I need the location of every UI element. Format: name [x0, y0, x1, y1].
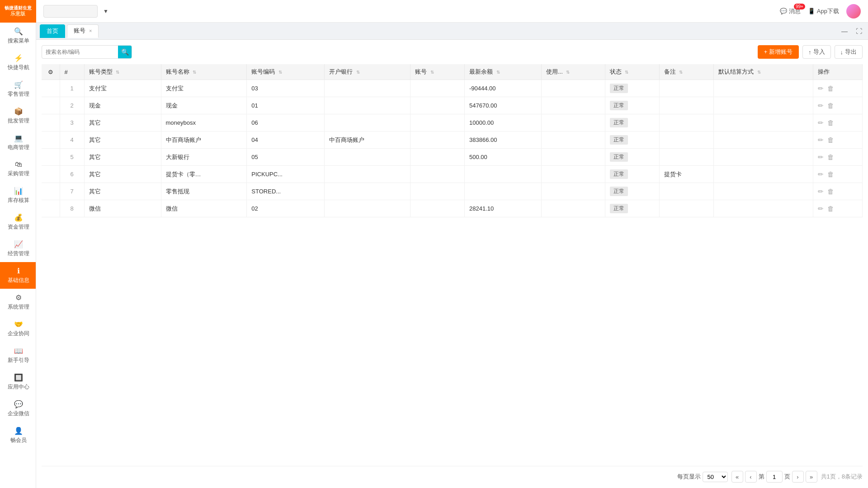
sidebar-item-label: 搜索菜单	[8, 37, 29, 45]
sidebar-item-search[interactable]: 🔍 搜索菜单	[0, 23, 36, 49]
row-usage	[541, 183, 605, 200]
top-search-input[interactable]	[43, 5, 98, 18]
sidebar-item-enterprise[interactable]: 🤝 企业协同	[0, 315, 36, 342]
col-settle[interactable]: 默认结算方式 ⇅	[713, 64, 813, 80]
sidebar-item-label: 经营管理	[8, 250, 29, 258]
delete-button[interactable]: 🗑	[827, 170, 834, 178]
sidebar-item-label: 批发管理	[8, 117, 29, 125]
row-usage	[541, 149, 605, 166]
sidebar-item-system[interactable]: ⚙ 系统管理	[0, 289, 36, 315]
user-avatar[interactable]	[846, 4, 861, 19]
sidebar-item-purchase[interactable]: 🛍 采购管理	[0, 156, 36, 182]
sidebar-item-wholesale[interactable]: 📦 批发管理	[0, 103, 36, 129]
tab-account[interactable]: 账号 ×	[67, 24, 99, 38]
row-name: 现金	[161, 97, 247, 114]
tab-minimize-button[interactable]: —	[839, 26, 850, 37]
row-settle	[713, 97, 813, 114]
col-settings[interactable]: ⚙	[42, 64, 60, 80]
delete-button[interactable]: 🗑	[827, 84, 834, 92]
sidebar-item-appstore[interactable]: 🔲 应用中心	[0, 369, 36, 395]
message-button[interactable]: 💬 消息 99+	[780, 7, 801, 15]
col-usage[interactable]: 使用... ⇅	[541, 64, 605, 80]
sidebar-item-wechat[interactable]: 💬 企业微信	[0, 395, 36, 422]
search-input[interactable]	[42, 49, 118, 55]
toolbar-right: + 新增账号 ↑ 导入 ↓ 导出	[758, 45, 863, 59]
sidebar-item-finance[interactable]: 💰 资金管理	[0, 209, 36, 235]
row-settle	[713, 166, 813, 183]
sidebar-item-member[interactable]: 👤 畅会员	[0, 422, 36, 449]
sidebar-item-quicknav[interactable]: ⚡ 快捷导航	[0, 49, 36, 76]
search-wrap: 🔍	[42, 45, 132, 59]
row-status: 正常	[605, 200, 659, 217]
tab-expand-button[interactable]: ⛶	[854, 26, 864, 37]
row-bank	[325, 114, 410, 131]
edit-button[interactable]: ✏	[818, 102, 824, 110]
row-name: moneybosx	[161, 114, 247, 131]
col-status[interactable]: 状态 ⇅	[605, 64, 659, 80]
row-balance: 28241.10	[465, 200, 542, 217]
row-index: 5	[60, 149, 84, 166]
tab-home[interactable]: 首页	[40, 24, 65, 38]
page-number-input[interactable]	[766, 471, 783, 483]
sidebar-item-ecommerce[interactable]: 💻 电商管理	[0, 129, 36, 156]
sidebar-item-guide[interactable]: 📖 新手引导	[0, 342, 36, 369]
col-code[interactable]: 账号编码 ⇅	[247, 64, 325, 80]
col-account[interactable]: 账号 ⇅	[410, 64, 464, 80]
row-account	[410, 200, 464, 217]
header-left: ▼	[43, 5, 108, 18]
delete-button[interactable]: 🗑	[827, 102, 834, 109]
delete-button[interactable]: 🗑	[827, 153, 834, 161]
col-bank[interactable]: 开户银行 ⇅	[325, 64, 410, 80]
sidebar-item-label: 采购管理	[8, 170, 29, 178]
sidebar-item-label: 库存核算	[8, 197, 29, 204]
delete-button[interactable]: 🗑	[827, 136, 834, 144]
col-balance[interactable]: 最新余额 ⇅	[465, 64, 542, 80]
toolbar: 🔍 + 新增账号 ↑ 导入 ↓ 导出	[42, 45, 863, 59]
tab-close-icon[interactable]: ×	[89, 28, 92, 33]
col-type[interactable]: 账号类型 ⇅	[84, 64, 161, 80]
row-name: 提货卡（零…	[161, 166, 247, 183]
grid-icon: 🔲	[14, 373, 23, 382]
edit-button[interactable]: ✏	[818, 188, 824, 196]
app-download-button[interactable]: 📱 App下载	[808, 7, 839, 15]
table-row: 2 现金 现金 01 547670.00 正常 ✏ 🗑	[42, 97, 863, 114]
row-type: 现金	[84, 97, 161, 114]
search-submit-button[interactable]: 🔍	[118, 45, 132, 59]
edit-button[interactable]: ✏	[818, 205, 824, 213]
row-settings-cell	[42, 166, 60, 183]
add-account-button[interactable]: + 新增账号	[758, 45, 799, 59]
delete-button[interactable]: 🗑	[827, 188, 834, 195]
page-size-wrap: 每页显示 50 100	[677, 472, 728, 482]
edit-button[interactable]: ✏	[818, 153, 824, 161]
prev-page-button[interactable]: ‹	[745, 471, 757, 483]
next-page-button[interactable]: ›	[792, 471, 804, 483]
edit-button[interactable]: ✏	[818, 170, 824, 178]
first-page-button[interactable]: «	[731, 471, 743, 483]
account-table-wrap: ⚙ # 账号类型 ⇅ 账号名称 ⇅ 账号编码 ⇅ 开户银行 ⇅ 账号 ⇅ 最新余…	[42, 64, 863, 462]
header-dropdown[interactable]: ▼	[103, 8, 108, 14]
edit-button[interactable]: ✏	[818, 136, 824, 144]
col-action: 操作	[813, 64, 862, 80]
col-remark[interactable]: 备注 ⇅	[659, 64, 713, 80]
import-button[interactable]: ↑ 导入	[802, 45, 831, 59]
person-icon: 👤	[14, 427, 23, 435]
delete-button[interactable]: 🗑	[827, 205, 834, 212]
export-button[interactable]: ↓ 导出	[835, 45, 863, 59]
delete-button[interactable]: 🗑	[827, 119, 834, 127]
sidebar-item-inventory[interactable]: 📊 库存核算	[0, 182, 36, 209]
col-name[interactable]: 账号名称 ⇅	[161, 64, 247, 80]
row-type: 其它	[84, 131, 161, 149]
edit-button[interactable]: ✏	[818, 84, 824, 93]
sidebar-item-basic[interactable]: ℹ 基础信息	[0, 262, 36, 289]
table-row: 3 其它 moneybosx 06 10000.00 正常 ✏ 🗑	[42, 114, 863, 131]
page-size-select[interactable]: 50 100	[703, 472, 728, 482]
search-icon: 🔍	[14, 27, 23, 36]
sidebar-item-label: 基础信息	[8, 277, 29, 284]
sidebar-item-operation[interactable]: 📈 经营管理	[0, 235, 36, 262]
sidebar-item-retail[interactable]: 🛒 零售管理	[0, 76, 36, 103]
row-type: 其它	[84, 149, 161, 166]
row-settle	[713, 200, 813, 217]
row-balance: 383866.00	[465, 131, 542, 149]
edit-button[interactable]: ✏	[818, 119, 824, 127]
last-page-button[interactable]: »	[806, 471, 817, 483]
